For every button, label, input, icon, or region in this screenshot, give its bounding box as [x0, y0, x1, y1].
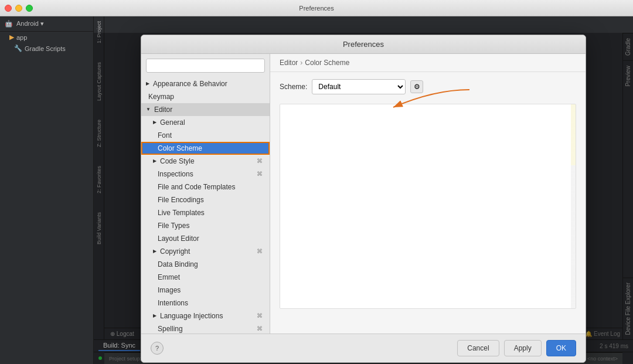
inspections-shortcut: ⌘	[257, 171, 263, 177]
color-stripe	[571, 104, 576, 308]
ide-tree-app-label: app	[16, 34, 27, 41]
dialog-content: Editor › Color Scheme Scheme: Default Da…	[270, 54, 586, 334]
nav-lang-injections-label: Language Injections	[160, 312, 223, 320]
nav-code-style[interactable]: ▶ Code Style ⌘	[141, 155, 270, 168]
search-box	[141, 54, 270, 77]
nav-emmet-label: Emmet	[158, 273, 180, 281]
spelling-shortcut: ⌘	[257, 325, 263, 332]
nav-spelling-label: Spelling	[158, 325, 183, 333]
cancel-button[interactable]: Cancel	[457, 340, 499, 356]
nav-file-code-templates[interactable]: File and Code Templates	[141, 181, 270, 193]
breadcrumb-parent: Editor	[280, 59, 298, 67]
breadcrumb: Editor › Color Scheme	[270, 54, 586, 72]
nav-intentions[interactable]: Intentions	[141, 297, 270, 309]
arrow-icon-lang: ▶	[153, 313, 156, 318]
ide-sidebar-header: 🤖 Android ▾	[0, 16, 93, 32]
arrow-icon-editor: ▼	[146, 107, 151, 112]
ok-button[interactable]: OK	[546, 340, 576, 356]
ide-project-label: Android ▾	[16, 20, 44, 28]
dialog-footer: ? Cancel Apply OK	[141, 334, 586, 362]
footer-right: Cancel Apply OK	[457, 340, 576, 356]
folder-icon-gradle: 🔧	[14, 45, 22, 52]
scheme-row: Scheme: Default Darcula High contrast ⚙	[280, 79, 576, 94]
breadcrumb-separator: ›	[300, 59, 302, 67]
arrow-icon: ▶	[146, 81, 149, 86]
nav-live-templates-label: Live Templates	[158, 209, 205, 217]
color-preview-area	[280, 104, 576, 309]
arrow-icon-copyright: ▶	[153, 249, 156, 254]
scheme-label: Scheme:	[280, 83, 307, 91]
nav-images-label: Images	[158, 286, 181, 294]
window-controls[interactable]	[5, 5, 33, 12]
app-container: 🤖 Android ▾ ▶ app 🔧 Gradle Scripts Gradl…	[0, 16, 633, 364]
nav-copyright[interactable]: ▶ Copyright ⌘	[141, 245, 270, 258]
nav-layout-editor-label: Layout Editor	[158, 234, 199, 243]
nav-editor[interactable]: ▼ Editor	[141, 103, 270, 116]
nav-file-encodings-label: File Encodings	[158, 196, 204, 204]
content-main: Scheme: Default Darcula High contrast ⚙	[270, 72, 586, 334]
dialog-title: Preferences	[141, 35, 586, 54]
code-style-shortcut: ⌘	[257, 158, 263, 164]
nav-general-label: General	[160, 118, 185, 127]
copyright-shortcut: ⌘	[257, 248, 263, 254]
nav-intentions-label: Intentions	[158, 299, 188, 307]
nav-inspections[interactable]: Inspections ⌘	[141, 168, 270, 181]
lang-shortcut: ⌘	[257, 312, 263, 319]
ide-tree-gradle[interactable]: 🔧 Gradle Scripts	[0, 43, 93, 54]
help-button[interactable]: ?	[151, 342, 164, 355]
nav-spelling[interactable]: Spelling ⌘	[141, 322, 270, 334]
nav-data-binding[interactable]: Data Binding	[141, 258, 270, 271]
nav-copyright-label: Copyright	[160, 247, 190, 256]
title-bar: Preferences	[0, 0, 633, 16]
nav-lang-injections[interactable]: ▶ Language Injections ⌘	[141, 309, 270, 322]
search-input[interactable]	[146, 59, 265, 73]
folder-icon: ▶	[9, 33, 14, 41]
android-icon: 🤖	[5, 20, 13, 28]
window-title: Preferences	[299, 5, 333, 12]
scheme-select[interactable]: Default Darcula High contrast	[312, 79, 406, 94]
maximize-button[interactable]	[26, 5, 33, 12]
scheme-gear-button[interactable]: ⚙	[410, 80, 423, 93]
nav-font[interactable]: Font	[141, 129, 270, 142]
apply-button[interactable]: Apply	[504, 340, 542, 356]
footer-left: ?	[151, 342, 164, 355]
nav-color-scheme-label: Color Scheme	[158, 144, 202, 152]
nav-images[interactable]: Images	[141, 284, 270, 297]
dialog-overlay: Preferences ▶ Appearance & Behavior	[94, 33, 633, 364]
nav-editor-label: Editor	[154, 106, 172, 114]
nav-keymap[interactable]: Keymap	[141, 90, 270, 103]
ide-sidebar: 🤖 Android ▾ ▶ app 🔧 Gradle Scripts	[0, 16, 94, 364]
nav-file-encodings[interactable]: File Encodings	[141, 193, 270, 206]
nav-general[interactable]: ▶ General	[141, 116, 270, 129]
nav-layout-editor[interactable]: Layout Editor	[141, 232, 270, 245]
nav-file-code-templates-label: File and Code Templates	[158, 183, 236, 191]
dialog-body: ▶ Appearance & Behavior Keymap ▼ Editor …	[141, 54, 586, 334]
nav-keymap-label: Keymap	[148, 93, 174, 101]
preferences-dialog: Preferences ▶ Appearance & Behavior	[141, 35, 586, 363]
nav-appearance-label: Appearance & Behavior	[153, 80, 227, 88]
nav-inspections-label: Inspections	[158, 170, 193, 178]
close-button[interactable]	[5, 5, 12, 12]
nav-color-scheme[interactable]: Color Scheme	[141, 142, 270, 155]
nav-appearance[interactable]: ▶ Appearance & Behavior	[141, 77, 270, 90]
minimize-button[interactable]	[15, 5, 22, 12]
nav-emmet[interactable]: Emmet	[141, 271, 270, 284]
arrow-icon-general: ▶	[153, 120, 156, 125]
ide-tree-gradle-label: Gradle Scripts	[25, 45, 66, 52]
arrow-icon-code-style: ▶	[153, 158, 156, 164]
dialog-nav: ▶ Appearance & Behavior Keymap ▼ Editor …	[141, 54, 270, 334]
nav-data-binding-label: Data Binding	[158, 260, 198, 268]
breadcrumb-current: Color Scheme	[305, 59, 349, 67]
ide-content-area: Gradle Preview Device File Explorer 1: P…	[94, 16, 633, 364]
nav-file-types-label: File Types	[158, 222, 189, 230]
nav-code-style-label: Code Style	[160, 157, 195, 165]
ide-tree-app[interactable]: ▶ app	[0, 32, 93, 43]
nav-font-label: Font	[158, 131, 172, 140]
nav-file-types[interactable]: File Types	[141, 219, 270, 232]
nav-live-templates[interactable]: Live Templates	[141, 206, 270, 219]
